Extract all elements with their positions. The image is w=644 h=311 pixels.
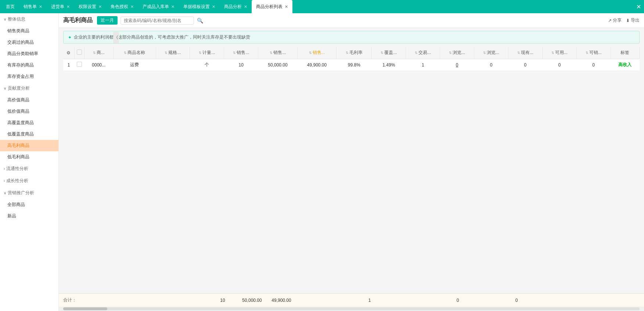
info-icon: ✦ bbox=[68, 35, 72, 40]
content-header: 高毛利商品 近一月 🔍 ↗ 分享 ⬇ 导出 bbox=[59, 13, 644, 28]
nav-tab-product-analysis-list[interactable]: 商品分析列表 ✕ bbox=[252, 0, 292, 13]
row-unit: 个 bbox=[190, 59, 224, 71]
close-product-analysis-tab[interactable]: ✕ bbox=[244, 4, 247, 9]
row-sales-qty: 10 bbox=[224, 59, 258, 71]
close-product-entry-tab[interactable]: ✕ bbox=[171, 4, 175, 9]
sidebar-group-contribution[interactable]: ∨ 贡献度分析 bbox=[0, 82, 58, 94]
close-role-tab[interactable]: ✕ bbox=[130, 4, 134, 9]
sidebar-item-low-margin[interactable]: 低毛利商品 bbox=[0, 151, 58, 163]
product-analysis-table: ⚙ ⇅商... ⇅商品名称 ⇅规格... ⇅计量... ⇅销售... ⇅销售..… bbox=[63, 47, 640, 71]
sidebar-item-category-sales-rate[interactable]: 商品分类助销率 bbox=[0, 48, 58, 59]
table-header-row: ⚙ ⇅商... ⇅商品名称 ⇅规格... ⇅计量... ⇅销售... ⇅销售..… bbox=[63, 47, 640, 59]
tag-col-header: 标签 bbox=[611, 47, 639, 59]
available-col-header: ⇅可用... bbox=[542, 47, 576, 59]
nav-tab-sales[interactable]: 销售单 ✕ bbox=[19, 0, 47, 13]
row-sales-profit: 49,900.00 bbox=[297, 59, 337, 71]
header-actions: ↗ 分享 ⬇ 导出 bbox=[608, 17, 640, 23]
footer-total-row: 合计： 10 50,000.00 49,900.00 1 0 0 bbox=[59, 293, 644, 307]
scroll-thumb[interactable] bbox=[63, 307, 107, 310]
close-permission-tab[interactable]: ✕ bbox=[98, 4, 102, 9]
name-col-header: ⇅商品名称 bbox=[113, 47, 156, 59]
footer-sales-profit: 49,900.00 bbox=[267, 298, 296, 303]
sales-qty-col-header: ⇅销售... bbox=[224, 47, 258, 59]
nav-tab-role[interactable]: 角色授权 ✕ bbox=[106, 0, 138, 13]
chevron-down-icon: ∨ bbox=[4, 17, 6, 21]
close-sales-tab[interactable]: ✕ bbox=[39, 4, 42, 9]
nav-tab-purchase[interactable]: 进货单 ✕ bbox=[47, 0, 74, 13]
page-title: 高毛利商品 bbox=[63, 17, 93, 24]
sidebar: ∨ 整体信息 销售类商品 交易过的商品 商品分类助销率 有库存的商品 库存资金占… bbox=[0, 13, 59, 311]
row-coverage: 1.49% bbox=[372, 59, 406, 71]
search-input[interactable] bbox=[120, 17, 194, 25]
row-sellable: 0 bbox=[576, 59, 611, 71]
sidebar-item-traded-products[interactable]: 交易过的商品 bbox=[0, 37, 58, 48]
trade-count-col-header: ⇅交易... bbox=[406, 47, 440, 59]
sidebar-item-low-value[interactable]: 低价值商品 bbox=[0, 106, 58, 117]
close-product-analysis-list-tab[interactable]: ✕ bbox=[285, 4, 288, 9]
scroll-track[interactable] bbox=[63, 307, 640, 310]
close-template-tab[interactable]: ✕ bbox=[212, 4, 215, 9]
row-trade-count: 1 bbox=[406, 59, 440, 71]
sidebar-item-sales-products[interactable]: 销售类商品 bbox=[0, 25, 58, 37]
sales-profit-col-header: ⇅销售... bbox=[297, 47, 337, 59]
sidebar-item-new-products[interactable]: 新品 bbox=[0, 210, 58, 222]
row-gross-margin: 99.8% bbox=[337, 59, 372, 71]
sidebar-group-growth[interactable]: › 成长性分析 bbox=[0, 175, 58, 187]
nav-tab-home[interactable]: 首页 bbox=[1, 0, 19, 13]
code-col-header: ⇅商... bbox=[84, 47, 113, 59]
data-table-wrapper[interactable]: ⚙ ⇅商... ⇅商品名称 ⇅规格... ⇅计量... ⇅销售... ⇅销售..… bbox=[63, 47, 640, 293]
row-sales-amount: 50,000.00 bbox=[258, 59, 298, 71]
period-filter-button[interactable]: 近一月 bbox=[97, 16, 118, 25]
row-spec bbox=[156, 59, 190, 71]
settings-col-header[interactable]: ⚙ bbox=[63, 47, 74, 59]
row-tag: 高收入 bbox=[611, 59, 639, 71]
chevron-right-icon-2: › bbox=[4, 179, 5, 183]
sellable-col-header: ⇅可销... bbox=[576, 47, 611, 59]
row-checkbox[interactable] bbox=[74, 59, 84, 71]
sidebar-item-high-value[interactable]: 高价值商品 bbox=[0, 94, 58, 106]
table-row[interactable]: 1 0000... 运费 个 10 50,000.00 49,900.00 99… bbox=[63, 59, 640, 71]
nav-tab-product-analysis[interactable]: 商品分析 ✕ bbox=[220, 0, 252, 13]
select-all-checkbox[interactable] bbox=[77, 50, 82, 55]
current-stock-col-header: ⇅现有... bbox=[508, 47, 542, 59]
total-label: 合计： bbox=[63, 297, 78, 303]
horizontal-scrollbar[interactable] bbox=[59, 307, 644, 311]
row-browse2: 0 bbox=[474, 59, 508, 71]
content-area: 《 高毛利商品 近一月 🔍 ↗ 分享 ⬇ 导出 ✦ 企业的主要的利润都是这部分商… bbox=[59, 13, 644, 311]
checkbox-col-header[interactable] bbox=[74, 47, 84, 59]
unit-col-header: ⇅计量... bbox=[190, 47, 224, 59]
sidebar-item-low-coverage[interactable]: 低覆盖度商品 bbox=[0, 129, 58, 140]
sidebar-item-stocked-products[interactable]: 有库存的商品 bbox=[0, 59, 58, 71]
footer-sellable: 0 bbox=[502, 298, 531, 303]
chevron-down-icon-3: ∨ bbox=[4, 191, 6, 195]
share-icon: ↗ bbox=[608, 18, 612, 23]
nav-tab-template[interactable]: 单据模板设置 ✕ bbox=[179, 0, 220, 13]
top-navigation: 首页 销售单 ✕ 进货单 ✕ 权限设置 ✕ 角色授权 ✕ 产成品入库单 ✕ 单据… bbox=[0, 0, 644, 13]
sidebar-item-stock-capital[interactable]: 库存资金占用 bbox=[0, 71, 58, 82]
sidebar-group-liquidity[interactable]: › 流通性分析 bbox=[0, 163, 58, 175]
sidebar-item-high-coverage[interactable]: 高覆盖度商品 bbox=[0, 117, 58, 129]
sidebar-item-all-products[interactable]: 全部商品 bbox=[0, 199, 58, 210]
sidebar-item-high-margin[interactable]: 高毛利商品 bbox=[0, 140, 58, 151]
close-all-tabs[interactable]: ✕ bbox=[636, 3, 641, 10]
toggle-sidebar-button[interactable]: 《 bbox=[113, 32, 119, 43]
footer-sales-amount: 50,000.00 bbox=[237, 298, 267, 303]
sidebar-group-overall[interactable]: ∨ 整体信息 bbox=[0, 13, 58, 25]
coverage-col-header: ⇅覆盖... bbox=[372, 47, 406, 59]
footer-trade-count: 1 bbox=[355, 298, 384, 303]
sales-amount-col-header: ⇅销售... bbox=[258, 47, 298, 59]
share-button[interactable]: ↗ 分享 bbox=[608, 17, 622, 23]
row-browse1[interactable]: 0 bbox=[440, 59, 474, 71]
export-icon: ⬇ bbox=[626, 18, 630, 23]
row-current-stock: 0 bbox=[508, 59, 542, 71]
export-button[interactable]: ⬇ 导出 bbox=[626, 17, 640, 23]
close-purchase-tab[interactable]: ✕ bbox=[66, 4, 70, 9]
nav-tab-product-entry[interactable]: 产成品入库单 ✕ bbox=[138, 0, 179, 13]
sidebar-group-marketing[interactable]: ∨ 营销推广分析 bbox=[0, 187, 58, 199]
spec-col-header: ⇅规格... bbox=[156, 47, 190, 59]
search-button[interactable]: 🔍 bbox=[197, 18, 203, 23]
nav-tab-permission[interactable]: 权限设置 ✕ bbox=[74, 0, 106, 13]
gross-margin-col-header: ⇅毛利率 bbox=[337, 47, 372, 59]
row-code: 0000... bbox=[84, 59, 113, 71]
row-no: 1 bbox=[63, 59, 74, 71]
